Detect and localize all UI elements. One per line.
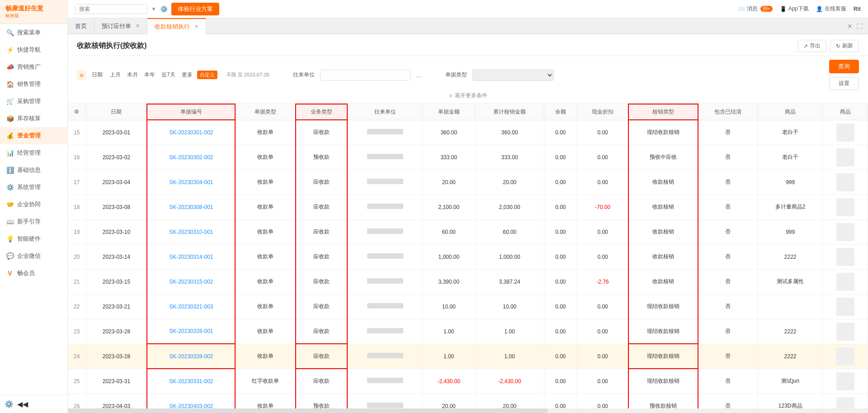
filter-expand-icon[interactable]: »: [77, 70, 86, 80]
message-badge: 99+: [760, 6, 773, 12]
sidebar-item-wechat[interactable]: 💬 企业微信: [0, 247, 67, 265]
date-this-month-btn[interactable]: 本月: [125, 70, 140, 80]
cell-biz-type: 预收款: [296, 145, 347, 170]
cell-bill-no[interactable]: SK-20230308-001: [147, 195, 235, 219]
bill-no-link[interactable]: SK-20230304-001: [169, 179, 213, 185]
cell-bill-no[interactable]: SK-20230314-001: [147, 244, 235, 269]
partner-filter-input[interactable]: [320, 70, 410, 81]
sidebar-item-sales-label: 销售管理: [17, 80, 41, 88]
bill-no-link[interactable]: SK-20230301-002: [169, 129, 213, 136]
gear-icon[interactable]: ⚙️: [160, 5, 168, 13]
refresh-button[interactable]: ↻ 刷新: [830, 40, 859, 52]
bill-no-link[interactable]: SK-20230403-002: [169, 403, 213, 409]
bill-no-link[interactable]: SK-20230331-002: [169, 378, 213, 385]
cell-date: 2023-03-08: [86, 195, 147, 219]
cell-bill-type: 收款单: [235, 294, 296, 319]
cell-bill-no[interactable]: SK-20230310-001: [147, 219, 235, 244]
solution-button[interactable]: 体验行业方案: [171, 3, 219, 15]
export-button[interactable]: ↗ 导出: [797, 40, 826, 52]
user-button[interactable]: Rit: [854, 6, 861, 12]
bill-no-link[interactable]: SK-20230310-001: [169, 229, 213, 235]
tab-collection[interactable]: 收款核销执行 ✕: [147, 18, 206, 34]
sidebar-item-finance[interactable]: 💰 资金管理: [0, 127, 67, 144]
app-download-button[interactable]: 📱 App下载: [780, 5, 809, 13]
col-partner: 往来单位: [347, 104, 422, 120]
top-bar-search-input[interactable]: [75, 4, 147, 14]
cell-amount: 60.00: [422, 219, 475, 244]
cell-product2: [823, 145, 868, 170]
bill-no-link[interactable]: SK-20230308-001: [169, 204, 213, 210]
cell-bill-no[interactable]: SK-20230321-003: [147, 294, 235, 319]
cell-verify-type: 收款核销: [628, 269, 698, 294]
date-this-year-btn[interactable]: 本年: [142, 70, 157, 80]
cell-bill-no[interactable]: SK-20230304-001: [147, 170, 235, 195]
date-7days-btn[interactable]: 近7天: [160, 70, 177, 80]
cell-bill-no[interactable]: SK-20230301-002: [147, 120, 235, 145]
cell-amount: -2,430.00: [422, 369, 475, 394]
sidebar-item-collab[interactable]: 🤝 企业协同: [0, 196, 67, 213]
sidebar-item-operations[interactable]: 📊 经营管理: [0, 144, 67, 161]
tab-close-btn[interactable]: ✕: [847, 23, 853, 30]
export-icon: ↗: [803, 43, 808, 49]
cell-included: 否: [698, 269, 758, 294]
expand-down-icon: ∨: [448, 92, 453, 99]
tab-maximize-icon[interactable]: ⛶: [856, 23, 863, 30]
cell-bill-no[interactable]: SK-20230331-002: [147, 369, 235, 394]
sidebar-item-quicknav[interactable]: ⚡ 快捷导航: [0, 41, 67, 58]
col-settings[interactable]: ⚙: [68, 104, 86, 120]
setting-button[interactable]: 设置: [829, 77, 859, 90]
sidebar-item-sales[interactable]: 🏠 销售管理: [0, 76, 67, 93]
sidebar-item-purchase[interactable]: 🛒 采购管理: [0, 93, 67, 110]
sidebar-item-basic[interactable]: ℹ️ 基础信息: [0, 161, 67, 179]
query-button[interactable]: 查询: [829, 60, 859, 73]
tab-prepay[interactable]: 预订应付单 ✕: [94, 18, 147, 34]
sidebar-item-inventory[interactable]: 📦 库存核算: [0, 110, 67, 127]
table-row: 202023-03-14SK-20230314-001收款单应收款1,000.0…: [68, 244, 868, 269]
sidebar-item-search[interactable]: 🔍 搜索菜单: [0, 24, 67, 41]
col-bill-no: 单据编号: [147, 104, 235, 120]
sidebar-item-hardware[interactable]: 💡 智能硬件: [0, 230, 67, 247]
bill-no-link[interactable]: SK-20230328-001: [169, 328, 213, 334]
cell-bill-no[interactable]: SK-20230328-002: [147, 344, 235, 369]
date-last-month-btn[interactable]: 上月: [108, 70, 123, 80]
bill-no-link[interactable]: SK-20230321-003: [169, 304, 213, 310]
tab-collection-close-icon[interactable]: ✕: [194, 24, 198, 29]
tab-prepay-close-icon[interactable]: ✕: [136, 23, 140, 29]
cell-date: 2023-03-04: [86, 170, 147, 195]
service-button[interactable]: 👤 在线客服: [816, 5, 846, 13]
cell-product2: [823, 120, 868, 145]
dropdown-arrow-icon[interactable]: ▼: [151, 6, 156, 12]
message-button[interactable]: ✉️ 消息 99+: [738, 5, 773, 13]
cell-bill-no[interactable]: SK-20230328-001: [147, 319, 235, 344]
settings-icon[interactable]: ⚙️: [5, 400, 14, 408]
expand-bar: ∨ 展开更多条件: [77, 90, 859, 100]
collapse-icon[interactable]: ◀◀: [17, 400, 28, 408]
bill-type-select[interactable]: [472, 69, 554, 81]
expand-conditions-btn[interactable]: ∨ 展开更多条件: [448, 92, 487, 100]
cell-date: 2023-03-02: [86, 145, 147, 170]
sidebar-item-guide[interactable]: 📖 新手引导: [0, 213, 67, 230]
bill-no-link[interactable]: SK-20230314-001: [169, 254, 213, 260]
sidebar-item-marketing[interactable]: 📣 营销推广: [0, 58, 67, 76]
bill-no-link[interactable]: SK-20230328-002: [169, 353, 213, 360]
sidebar-item-vip[interactable]: V 畅会员: [0, 265, 67, 282]
col-date: 日期: [86, 104, 147, 120]
cell-balance: 0.00: [544, 120, 577, 145]
bill-no-link[interactable]: SK-20230315-002: [169, 279, 213, 285]
date-custom-btn[interactable]: 自定义: [197, 71, 217, 79]
cell-product1: 2222: [758, 244, 823, 269]
tab-home[interactable]: 首页: [68, 18, 94, 34]
date-more-btn[interactable]: 更多: [180, 70, 194, 80]
sidebar-item-system[interactable]: ⚙️ 系统管理: [0, 179, 67, 196]
cell-bill-no[interactable]: SK-20230315-002: [147, 269, 235, 294]
cell-bill-no[interactable]: SK-20230403-002: [147, 394, 235, 408]
cell-date: 2023-03-01: [86, 120, 147, 145]
table-scroll-bar[interactable]: [68, 408, 868, 413]
cell-bill-no[interactable]: SK-20230302-002: [147, 145, 235, 170]
cell-product2: [823, 294, 868, 319]
cell-amount: 1.00: [422, 344, 475, 369]
bill-no-link[interactable]: SK-20230302-002: [169, 154, 213, 161]
refresh-label: 刷新: [842, 42, 853, 50]
partner-filter-label: 往来单位: [293, 71, 315, 79]
system-icon: ⚙️: [6, 184, 14, 191]
